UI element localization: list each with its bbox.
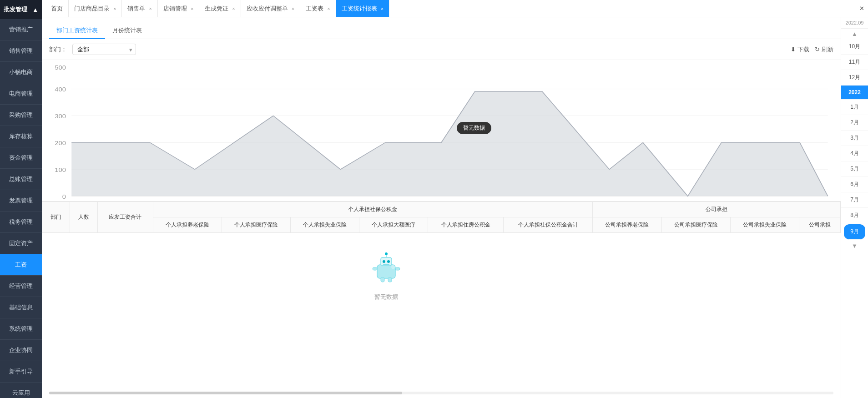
svg-text:200: 200 — [55, 140, 66, 146]
tooltip-text: 暂无数据 — [463, 125, 485, 131]
th-total-wage: 应发工资合计 — [98, 202, 153, 233]
svg-rect-20 — [381, 277, 384, 282]
tab-0[interactable]: 首页 — [45, 0, 69, 17]
scroll-thumb — [49, 392, 402, 394]
tab-label-3: 店铺管理 — [163, 5, 187, 13]
svg-rect-21 — [388, 277, 392, 282]
sidebar-item-0[interactable]: 营销推广 — [0, 19, 42, 40]
tab-close-3[interactable]: × — [191, 6, 193, 11]
tab-bar: 首页门店商品目录×销售单×店铺管理×生成凭证×应收应付调整单×工资表×工资统计报… — [42, 0, 868, 17]
dept-select-wrapper: 全部 — [72, 44, 136, 55]
th-company-group: 公司承担 — [593, 202, 841, 217]
sidebar-header[interactable]: 批发管理 ▲ — [0, 0, 42, 19]
date-month-3[interactable]: 2022 — [841, 86, 868, 100]
th-personal-bigmedical: 个人承担大额医疗 — [359, 217, 428, 233]
sidebar-item-2[interactable]: 小畅电商 — [0, 62, 42, 83]
date-year-label: 2022.09 — [846, 20, 864, 25]
date-sidebar-year-display[interactable]: 2022.09 — [841, 17, 868, 29]
tab-6[interactable]: 工资表× — [300, 0, 336, 17]
date-month-9[interactable]: 6月 — [841, 177, 868, 192]
svg-point-13 — [383, 260, 385, 263]
chart-tooltip: 暂无数据 — [457, 122, 491, 134]
date-month-5[interactable]: 2月 — [841, 115, 868, 131]
tab-close-2[interactable]: × — [149, 6, 151, 11]
date-month-12[interactable]: 9月 — [844, 224, 865, 240]
tab-close-1[interactable]: × — [113, 6, 116, 11]
svg-point-22 — [391, 265, 395, 269]
date-month-7[interactable]: 4月 — [841, 146, 868, 161]
sidebar-item-1[interactable]: 销售管理 — [0, 40, 42, 62]
tab-label-1: 门店商品目录 — [74, 5, 110, 13]
tab-1[interactable]: 门店商品目录× — [69, 0, 122, 17]
sidebar-collapse-icon: ▲ — [32, 6, 38, 13]
sub-tab-1[interactable]: 月份统计表 — [105, 23, 149, 39]
th-personal-medical: 个人承担医疗保险 — [222, 217, 290, 233]
dept-select[interactable]: 全部 — [72, 44, 136, 55]
tab-close-5[interactable]: × — [292, 6, 294, 11]
tab-label-7: 工资统计报表 — [342, 5, 377, 13]
tab-close-4[interactable]: × — [232, 6, 235, 11]
date-nav-down[interactable]: ▼ — [841, 241, 868, 251]
close-icon: ✕ — [859, 5, 864, 12]
th-personal-unemploy: 个人承担失业保险 — [290, 217, 359, 233]
refresh-action[interactable]: ↻ 刷新 — [815, 45, 833, 54]
sidebar-item-8[interactable]: 发票管理 — [0, 190, 42, 212]
bottom-scroll[interactable] — [42, 388, 841, 398]
tab-close-6[interactable]: × — [327, 6, 330, 11]
empty-icon — [368, 251, 404, 287]
th-company-unemploy: 公司承担失业保险 — [730, 217, 799, 233]
tab-label-0: 首页 — [51, 5, 63, 13]
th-company-pension: 公司承担养老保险 — [593, 217, 661, 233]
tab-5[interactable]: 应收应付调整单× — [241, 0, 300, 17]
sub-tabs: 部门工资统计表月份统计表 — [42, 17, 841, 39]
sidebar-item-3[interactable]: 电商管理 — [0, 83, 42, 105]
date-nav-up[interactable]: ▲ — [841, 29, 868, 39]
sidebar-item-6[interactable]: 资金管理 — [0, 147, 42, 169]
sidebar-item-5[interactable]: 库存核算 — [0, 126, 42, 147]
th-company-medical: 公司承担医疗保险 — [661, 217, 730, 233]
data-table: 部门 人数 应发工资合计 个人承担社保公积金 公司承担 个人承担养老保险 个人承… — [42, 202, 841, 319]
sub-tab-0[interactable]: 部门工资统计表 — [49, 23, 105, 39]
page-content: 部门工资统计表月份统计表 部门： 全部 ⬇ 下载 — [42, 17, 841, 398]
sidebar-item-14[interactable]: 系统管理 — [0, 318, 42, 340]
table-section[interactable]: 部门 人数 应发工资合计 个人承担社保公积金 公司承担 个人承担养老保险 个人承… — [42, 201, 841, 388]
tab-3[interactable]: 店铺管理× — [158, 0, 199, 17]
tab-close-7[interactable]: × — [381, 6, 384, 11]
date-month-8[interactable]: 5月 — [841, 161, 868, 177]
sidebar-item-13[interactable]: 基础信息 — [0, 297, 42, 318]
th-count: 人数 — [70, 202, 98, 233]
date-sidebar: 2022.09 ▲ 10月11月12月20221月2月3月4月5月6月7月8月9… — [841, 17, 868, 398]
refresh-icon: ↻ — [815, 46, 820, 53]
tab-7[interactable]: 工资统计报表× — [336, 0, 389, 17]
download-action[interactable]: ⬇ 下载 — [791, 45, 809, 54]
sidebar-item-10[interactable]: 固定资产 — [0, 233, 42, 254]
tab-2[interactable]: 销售单× — [122, 0, 157, 17]
sidebar-item-4[interactable]: 采购管理 — [0, 105, 42, 126]
main-area: 首页门店商品目录×销售单×店铺管理×生成凭证×应收应付调整单×工资表×工资统计报… — [42, 0, 868, 398]
sidebar-item-17[interactable]: 云应用 — [0, 383, 42, 398]
date-month-10[interactable]: 7月 — [841, 192, 868, 208]
sidebar-item-7[interactable]: 总账管理 — [0, 169, 42, 190]
sidebar-item-11[interactable]: 工资 — [0, 254, 42, 276]
download-icon: ⬇ — [791, 46, 796, 53]
tab-bar-close[interactable]: ✕ — [859, 5, 864, 12]
dept-label: 部门： — [49, 45, 67, 54]
date-month-6[interactable]: 3月 — [841, 131, 868, 146]
date-month-2[interactable]: 12月 — [841, 70, 868, 86]
date-month-4[interactable]: 1月 — [841, 100, 868, 115]
date-month-0[interactable]: 10月 — [841, 39, 868, 55]
th-personal-housing: 个人承担住房公积金 — [428, 217, 504, 233]
date-month-1[interactable]: 11月 — [841, 55, 868, 70]
sidebar-item-12[interactable]: 经营管理 — [0, 276, 42, 297]
download-label: 下载 — [797, 45, 809, 54]
tab-label-5: 应收应付调整单 — [247, 5, 288, 13]
tab-4[interactable]: 生成凭证× — [199, 0, 241, 17]
sidebar-item-9[interactable]: 税务管理 — [0, 212, 42, 233]
date-month-11[interactable]: 8月 — [841, 208, 868, 223]
sidebar-item-16[interactable]: 新手引导 — [0, 361, 42, 383]
svg-text:500: 500 — [55, 65, 66, 71]
content-area: 部门工资统计表月份统计表 部门： 全部 ⬇ 下载 — [42, 17, 868, 398]
sidebar-item-15[interactable]: 企业协同 — [0, 340, 42, 361]
tab-label-2: 销售单 — [127, 5, 145, 13]
svg-text:400: 400 — [55, 86, 66, 93]
